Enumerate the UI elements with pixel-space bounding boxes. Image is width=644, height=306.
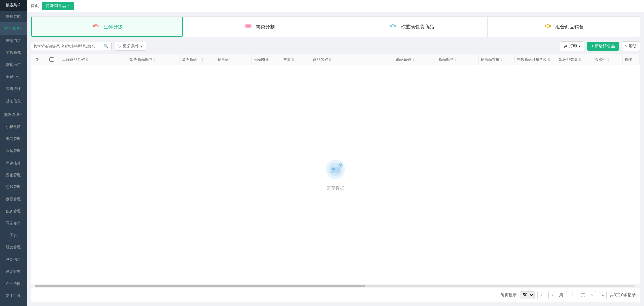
toolbar-right: 🖨 打印 ▾ + 新增销售品 ? 帮助 [560, 41, 640, 51]
filter-button[interactable]: ▽ 更多条件 ▾ [115, 42, 146, 51]
th-goods-code: 商品编码 ⇅ [436, 54, 479, 65]
sort-icon[interactable]: ⇅ [500, 58, 503, 61]
sidebar-item-basic-info[interactable]: 基础信息 [0, 95, 27, 107]
th-out-goods-spec: 出库商品... ⇅ [180, 54, 216, 65]
filter-icon: ▽ [118, 44, 121, 49]
svg-point-5 [246, 25, 251, 27]
sidebar-item-wages[interactable]: 工资 [0, 229, 27, 241]
main-content: 首页 特殊销售品 × 生鲜分级 [27, 0, 644, 306]
th-sale-goods: 销售品 ⇅ [215, 54, 252, 65]
combo-sales-icon [543, 22, 553, 31]
select-all-checkbox[interactable] [49, 57, 54, 62]
sort-icon[interactable]: ⇅ [454, 58, 457, 61]
sidebar-item-retail-stats[interactable]: 零售统计 [0, 83, 27, 95]
sidebar-item-quick-nav[interactable]: 快捷导航 [0, 11, 27, 22]
sidebar-item-retail-mall[interactable]: 零售商城 [0, 47, 27, 59]
cat-tab-fresh-grading[interactable]: 生鲜分级 [31, 17, 183, 37]
svg-point-12 [547, 24, 549, 26]
sidebar-item-inventory[interactable]: 库存核算 [0, 157, 27, 169]
next-page-button[interactable]: › [588, 291, 596, 299]
new-sale-item-button[interactable]: + 新增销售品 [587, 42, 619, 51]
close-icon[interactable]: × [68, 4, 70, 8]
svg-point-1 [95, 24, 97, 26]
sidebar-item-ops-mgmt[interactable]: 经营管理 [0, 241, 27, 253]
svg-point-6 [390, 25, 392, 27]
sort-icon[interactable]: ⇅ [229, 58, 232, 61]
data-table: ⚙ 出库商品名称 ⇅ 出库商品编码 ⇅ 出库商品... ⇅ [31, 54, 640, 288]
sort-icon[interactable]: ⇅ [200, 58, 203, 61]
sidebar-divider-1 [0, 108, 27, 108]
sort-icon[interactable]: ⇅ [153, 58, 156, 61]
sidebar-logo[interactable]: 搜索菜单 [0, 0, 27, 11]
sidebar-item-enterprise[interactable]: 企业协同 [0, 278, 27, 290]
th-out-goods-code: 出库商品编码 ⇅ [128, 54, 180, 65]
sort-icon[interactable]: ⇅ [86, 58, 88, 61]
cat-tab-weight-prepack[interactable]: 称重预包装商品 [335, 17, 488, 37]
sort-icon[interactable]: ⇅ [412, 58, 415, 61]
chevron-down-icon: ▾ [579, 44, 581, 49]
sidebar-item-general-ledger[interactable]: 总账管理 [0, 181, 27, 193]
help-button[interactable]: ? 帮助 [622, 41, 640, 51]
th-goods-img: 商品图片 [252, 54, 281, 65]
sidebar-settings-button[interactable]: ⚙ [0, 302, 27, 306]
th-setting[interactable]: ⚙ [31, 54, 43, 65]
scrollbar-thumb[interactable] [35, 285, 365, 287]
total-records: 共0页 0条记录 [610, 292, 636, 298]
sidebar-item-finance-mgmt[interactable]: 资金管理 [0, 169, 27, 181]
search-icon[interactable]: 🔍 [103, 44, 109, 49]
prev-page-button[interactable]: ‹ [548, 291, 556, 299]
sort-icon[interactable]: ⇅ [548, 58, 550, 61]
settings-icon: ⚙ [35, 57, 39, 62]
sidebar-item-purchase-mgmt[interactable]: 采购管理 [0, 145, 27, 157]
last-page-button[interactable]: » [599, 291, 607, 299]
sidebar-item-retail-mgmt[interactable]: 零售管理 ▼ [0, 22, 27, 34]
scrollbar-track [35, 285, 635, 287]
page-input[interactable] [566, 291, 578, 299]
cat-tab-combo-sales[interactable]: 组合商品销售 [488, 17, 640, 37]
th-check[interactable] [43, 54, 60, 65]
sidebar-item-member-center[interactable]: 会员中心 [0, 71, 27, 83]
topbar-home-link[interactable]: 首页 [31, 3, 39, 9]
svg-point-8 [394, 25, 396, 27]
fresh-grading-icon [91, 22, 101, 31]
sidebar-item-invoice-mgmt[interactable]: 发票管理 [0, 193, 27, 205]
empty-state: 暂无数据 [322, 157, 349, 192]
sidebar-item-mini-ecom[interactable]: 小畅电商 [0, 121, 27, 133]
sort-icon[interactable]: ⇅ [291, 58, 294, 61]
search-input[interactable] [34, 44, 102, 49]
chevron-down-icon: ▼ [20, 27, 23, 30]
svg-point-14 [547, 27, 549, 28]
pagination: 每页显示 50 « ‹ 第 页 › » 共0页 0条记录 [31, 288, 640, 302]
sidebar-item-marketing[interactable]: 营销推广 [0, 59, 27, 71]
sidebar-item-basic-info2[interactable]: 基础信息 [0, 254, 27, 265]
topbar: 首页 特殊销售品 × [27, 0, 644, 12]
sidebar-item-ecom-mgmt[interactable]: 电商管理 [0, 133, 27, 145]
sidebar-item-newbie[interactable]: 新手引导 [0, 290, 27, 302]
first-page-button[interactable]: « [537, 291, 545, 299]
sort-icon[interactable]: ⇅ [607, 58, 610, 61]
sidebar-item-batch-mgmt[interactable]: 批发管理 ▼ [0, 109, 27, 121]
per-page-select[interactable]: 50 [520, 291, 535, 299]
page-prefix-label: 第 [559, 292, 563, 298]
meat-cutting-icon [243, 22, 253, 31]
sort-icon[interactable]: ⇅ [579, 58, 581, 61]
sidebar-item-fixed-assets[interactable]: 固定资产 [0, 217, 27, 229]
th-sale-unit: 销售商品计量单位 ⇅ [515, 54, 557, 65]
sidebar-item-sys-mgmt[interactable]: 系统管理 [0, 265, 27, 277]
print-button[interactable]: 🖨 打印 ▾ [560, 41, 584, 51]
svg-point-11 [545, 25, 546, 27]
horizontal-scrollbar[interactable] [31, 284, 640, 288]
cat-tab-meat-cutting[interactable]: 肉类分割 [183, 17, 335, 37]
svg-point-7 [392, 24, 394, 26]
sort-icon[interactable]: ⇅ [329, 58, 331, 61]
chevron-down-icon: ▼ [20, 113, 23, 117]
topbar-active-tab[interactable]: 特殊销售品 × [42, 2, 74, 10]
th-out-goods-name: 出库商品名称 ⇅ [60, 54, 128, 65]
category-tabs: 生鲜分级 肉类分割 [31, 16, 640, 37]
th-goods-barcode: 商品条码 ⇅ [394, 54, 436, 65]
weight-prepack-icon [388, 22, 398, 31]
sidebar-item-smart-store[interactable]: 智慧门店 [0, 35, 27, 47]
sidebar-item-tax-mgmt[interactable]: 税务管理 [0, 205, 27, 217]
th-sale-qty: 销售品数量 ⇅ [479, 54, 515, 65]
toolbar-left: 🔍 ▽ 更多条件 ▾ [31, 42, 146, 51]
